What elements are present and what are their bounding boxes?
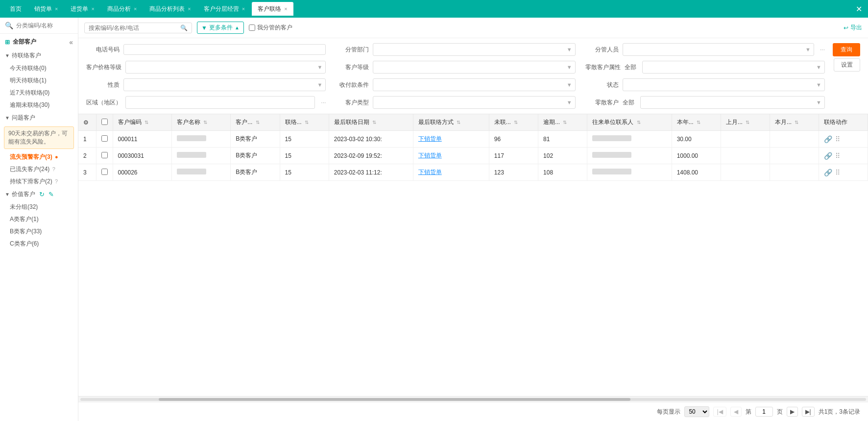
filter-dept-select[interactable]: ▼: [373, 43, 575, 56]
tab-purchase-close[interactable]: ×: [91, 6, 94, 12]
th-this-year[interactable]: 本年... ⇅: [672, 114, 721, 131]
filter-zero-attr-select[interactable]: ▼: [642, 61, 825, 74]
export-btn[interactable]: ↩ 导出: [844, 24, 862, 32]
sidebar-item-tomorrow[interactable]: 明天待联络(1): [0, 74, 78, 87]
cell-last-method[interactable]: 下销货单: [413, 131, 489, 148]
sidebar-item-churned[interactable]: 已流失客户(24) ?: [0, 163, 78, 175]
action-link-icon[interactable]: 🔗: [824, 169, 832, 176]
main-search-icon[interactable]: 🔍: [180, 25, 188, 31]
filter-phone-input[interactable]: [123, 44, 326, 55]
sidebar-item-7days[interactable]: 近7天待联络(0): [0, 87, 78, 99]
cell-check[interactable]: [96, 164, 113, 181]
th-no-contact[interactable]: 未联... ⇅: [489, 114, 538, 131]
query-button[interactable]: 查询: [833, 43, 860, 56]
tab-purchase[interactable]: 进货单 ×: [65, 2, 100, 16]
action-menu-icon[interactable]: ⠿: [835, 169, 840, 176]
scrollbar-thumb[interactable]: [159, 398, 630, 401]
tab-customer-tier[interactable]: 客户分层经营 ×: [198, 2, 251, 16]
sidebar-item-churn-warning[interactable]: 流失预警客户(3) ●: [0, 151, 78, 163]
filter-status-select[interactable]: ▼: [623, 78, 825, 91]
sidebar-item-today[interactable]: 今天待联络(0): [0, 62, 78, 74]
last-method-link[interactable]: 下销货单: [418, 152, 442, 159]
tab-customer-tier-close[interactable]: ×: [242, 6, 245, 12]
sidebar-item-class-b[interactable]: B类客户(33): [0, 225, 78, 238]
page-number-input[interactable]: [755, 407, 773, 417]
th-contact-person[interactable]: 往来单位联系人 ⇅: [587, 114, 672, 131]
row-checkbox-1[interactable]: [101, 152, 108, 158]
tab-customer-link[interactable]: 客户联络 ×: [252, 2, 293, 16]
value-refresh-icon[interactable]: ↻: [39, 191, 45, 198]
more-conditions-btn[interactable]: ▼ 更多条件 ▲: [197, 22, 244, 34]
select-all-checkbox[interactable]: [101, 119, 108, 125]
sidebar-item-ungrouped[interactable]: 未分组(32): [0, 201, 78, 213]
action-link-icon[interactable]: 🔗: [824, 152, 832, 160]
sidebar-group-pending[interactable]: ▼ 待联络客户: [0, 49, 78, 62]
last-page-btn[interactable]: ▶|: [802, 407, 815, 417]
tab-sales[interactable]: 销货单 ×: [28, 2, 64, 16]
tab-customer-link-close[interactable]: ×: [284, 6, 287, 12]
sidebar-group-problem[interactable]: ▼ 问题客户: [0, 111, 78, 124]
window-close-button[interactable]: ✕: [854, 2, 864, 16]
th-settings[interactable]: ⚙: [78, 114, 96, 131]
filter-region-dots[interactable]: ···: [321, 99, 326, 106]
tab-sales-close[interactable]: ×: [55, 6, 58, 12]
first-page-btn[interactable]: |◀: [713, 407, 726, 417]
action-link-icon[interactable]: 🔗: [824, 135, 832, 143]
th-overdue[interactable]: 逾期... ⇅: [538, 114, 587, 131]
tab-analysis[interactable]: 商品分析 ×: [101, 2, 143, 16]
next-page-btn[interactable]: ▶: [787, 407, 798, 417]
my-customers-checkbox-wrap[interactable]: 我分管的客户: [249, 24, 292, 32]
filter-price-tier-select[interactable]: ▼: [125, 61, 326, 74]
horizontal-scrollbar[interactable]: [78, 396, 868, 402]
cell-last-method[interactable]: 下销货单: [413, 164, 489, 181]
th-last-method[interactable]: 最后联络方式 ⇅: [413, 114, 489, 131]
cell-contact-person: [587, 131, 672, 148]
main-search-input[interactable]: [89, 25, 177, 31]
tab-analysis-list-close[interactable]: ×: [188, 6, 191, 12]
sidebar-item-class-a[interactable]: A类客户(1): [0, 213, 78, 225]
filter-manager-dots[interactable]: ···: [820, 46, 825, 53]
action-menu-icon[interactable]: ⠿: [835, 135, 840, 143]
my-customers-checkbox[interactable]: [249, 25, 255, 31]
filter-zero-customer-select[interactable]: ▼: [640, 96, 825, 109]
th-code[interactable]: 客户编码 ⇅: [113, 114, 171, 131]
th-check[interactable]: [96, 114, 113, 131]
filter-customer-type-select[interactable]: ▼: [373, 96, 575, 109]
settings-button[interactable]: 设置: [834, 58, 860, 72]
sidebar-item-overdue[interactable]: 逾期未联络(30): [0, 99, 78, 111]
row-checkbox-2[interactable]: [101, 169, 108, 175]
prev-page-btn[interactable]: ◀: [730, 407, 742, 417]
sidebar-search-input[interactable]: [16, 22, 73, 29]
row-checkbox-0[interactable]: [101, 135, 108, 142]
tab-analysis-close[interactable]: ×: [134, 6, 137, 12]
tab-analysis-list[interactable]: 商品分析列表 ×: [144, 2, 196, 16]
th-this-month[interactable]: 本月... ⇅: [770, 114, 819, 131]
th-last-date[interactable]: 最后联络日期 ⇅: [329, 114, 413, 131]
sidebar-all-customers[interactable]: ⊞ 全部客户 «: [0, 34, 78, 49]
scrollbar-track[interactable]: [80, 398, 866, 401]
th-name[interactable]: 客户名称 ⇅: [171, 114, 230, 131]
filter-manager-select[interactable]: ▼: [623, 43, 814, 56]
th-type[interactable]: 客户... ⇅: [231, 114, 280, 131]
filter-payment-select[interactable]: ▼: [373, 78, 575, 91]
page-size-select[interactable]: 50 100 200: [684, 406, 709, 417]
cell-check[interactable]: [96, 148, 113, 164]
sidebar-item-class-c[interactable]: C类客户(6): [0, 238, 78, 250]
filter-nature-select[interactable]: ▼: [123, 78, 326, 91]
filter-zero-attr-row: 零散客户属性 全部 ▼: [585, 61, 825, 74]
value-edit-icon[interactable]: ✎: [48, 191, 54, 198]
th-last-month[interactable]: 上月... ⇅: [721, 114, 770, 131]
sidebar-group-value[interactable]: ▼ 价值客户 ↻ ✎: [0, 188, 78, 201]
filter-customer-tier-select[interactable]: ▼: [373, 61, 575, 74]
th-contact-count[interactable]: 联络... ⇅: [280, 114, 329, 131]
cell-last-method[interactable]: 下销货单: [413, 148, 489, 164]
last-method-link[interactable]: 下销货单: [418, 169, 442, 175]
action-menu-icon[interactable]: ⠿: [835, 152, 840, 160]
warning-icon: ●: [55, 154, 58, 160]
th-action: 联络动作: [819, 114, 868, 131]
filter-region-select[interactable]: [125, 96, 315, 109]
sidebar-item-declining[interactable]: 持续下滑客户(2) ?: [0, 175, 78, 188]
tab-home[interactable]: 首页: [4, 2, 27, 16]
cell-check[interactable]: [96, 131, 113, 148]
last-method-link[interactable]: 下销货单: [418, 135, 442, 142]
